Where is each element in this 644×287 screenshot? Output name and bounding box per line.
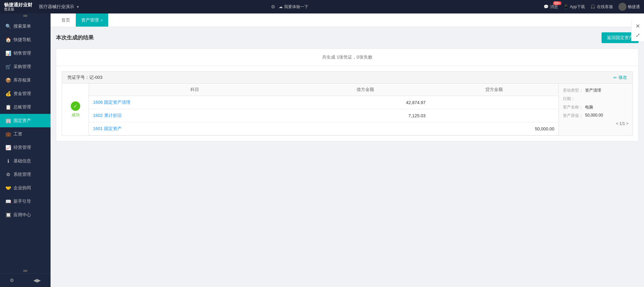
edit-icon: ✏ xyxy=(613,75,617,80)
sidebar-item-quicknav[interactable]: 🏠 快捷导航 xyxy=(0,33,51,46)
voucher-edit-button[interactable]: ✏ 修改 xyxy=(613,74,627,81)
tab-bar: 首页 资产管理 × xyxy=(51,13,644,27)
app-download-button[interactable]: 📱 App下载 xyxy=(563,4,585,10)
close-button[interactable]: ✕ xyxy=(633,22,643,31)
guide-icon: 📖 xyxy=(5,199,11,204)
sidebar-item-corp[interactable]: 🤝 企业协同 xyxy=(0,181,51,195)
basic-info-icon: ℹ xyxy=(5,158,11,164)
row2-subject: 1602 累计折旧 xyxy=(89,109,301,122)
sales-icon: 📊 xyxy=(5,51,11,56)
fixed-assets-icon: 🏢 xyxy=(5,118,11,123)
row2-credit xyxy=(430,109,558,122)
sidebar-scroll-down[interactable] xyxy=(23,270,27,272)
topbar-right: 💬 消息 99+ 📱 App下载 🎧 在线客服 畅捷通 xyxy=(544,3,640,11)
voucher-section: 凭证字号：记-003 ✏ 修改 ✓ 成功 xyxy=(62,71,633,136)
sidebar-bottom: ⚙ ◀▶ xyxy=(0,273,51,287)
voucher-body: ✓ 成功 科目 借方金额 贷方金额 xyxy=(62,84,633,135)
sidebar-item-ledger[interactable]: 📋 总账管理 xyxy=(0,100,51,114)
system-icon: ⚙ xyxy=(5,172,11,177)
message-badge: 99+ xyxy=(553,1,561,5)
company-selector[interactable]: 医疗器械行业演示 ▼ xyxy=(39,4,268,10)
detail-pagination[interactable]: < 1/1 > xyxy=(563,121,628,126)
sidebar: 🔍 搜索菜单 🏠 快捷导航 📊 销售管理 🛒 采购管理 📦 库存核算 💰 xyxy=(0,13,51,287)
voucher-detail-panel: 变动类型： 资产清理 日期： 资产名称： 电脑 xyxy=(558,84,633,135)
tab-close-button[interactable]: × xyxy=(101,18,103,22)
sidebar-item-funds[interactable]: 💰 资金管理 xyxy=(0,87,51,100)
operation-icon: 📈 xyxy=(5,145,11,150)
trial-button[interactable]: ☁ 我要体验一下 xyxy=(279,4,308,10)
voucher-table-wrap: 科目 借方金额 贷方金额 1606 固定资产清理 42,874.97 xyxy=(89,84,558,135)
message-icon: 💬 xyxy=(544,4,549,9)
sidebar-item-sales[interactable]: 📊 销售管理 xyxy=(0,46,51,60)
funds-icon: 💰 xyxy=(5,91,11,96)
row2-debit: 7,125.03 xyxy=(301,109,429,122)
headset-icon: 🎧 xyxy=(590,4,595,9)
col-subject: 科目 xyxy=(89,84,301,96)
voucher-number: 凭证字号：记-003 xyxy=(67,74,102,81)
salary-icon: 💼 xyxy=(5,131,11,137)
detail-date: 日期： xyxy=(563,96,628,102)
success-icon: ✓ xyxy=(71,101,80,111)
tab-asset-management[interactable]: 资产管理 × xyxy=(76,13,108,27)
avatar xyxy=(618,3,626,11)
detail-asset-name: 资产名称： 电脑 xyxy=(563,104,628,110)
detail-asset-value: 资产原值： 50,000.00 xyxy=(563,113,628,119)
row1-credit xyxy=(430,96,558,109)
row3-debit xyxy=(301,122,429,135)
sidebar-item-inventory[interactable]: 📦 库存核算 xyxy=(0,73,51,87)
sidebar-item-operation[interactable]: 📈 经营管理 xyxy=(0,141,51,154)
page-header: 本次生成的结果 返回固定资产 xyxy=(56,32,639,43)
sidebar-item-basic[interactable]: ℹ 基础信息 xyxy=(0,154,51,168)
cloud-icon: ☁ xyxy=(279,4,283,9)
col-credit: 贷方金额 xyxy=(430,84,558,96)
app-logo: 畅捷通好业财 普及版 xyxy=(4,2,32,12)
sidebar-item-search[interactable]: 🔍 搜索菜单 xyxy=(0,20,51,33)
ledger-icon: 📋 xyxy=(5,104,11,110)
sidebar-item-guide[interactable]: 📖 新手引导 xyxy=(0,195,51,208)
gear-icon[interactable]: ⚙ xyxy=(271,4,275,9)
purchase-icon: 🛒 xyxy=(5,64,11,69)
page-content: 本次生成的结果 返回固定资产 共生成 1张凭证，0张失败 凭证字号：记-003 … xyxy=(51,27,644,287)
message-button[interactable]: 💬 消息 99+ xyxy=(544,4,558,10)
row1-debit: 42,874.97 xyxy=(301,96,429,109)
sidebar-toggle-button[interactable]: ◀▶ xyxy=(31,276,43,284)
sidebar-scroll-up[interactable] xyxy=(23,15,27,17)
search-icon: 🔍 xyxy=(5,24,11,29)
sidebar-item-purchase[interactable]: 🛒 采购管理 xyxy=(0,60,51,73)
online-service-button[interactable]: 🎧 在线客服 xyxy=(590,4,613,10)
sidebar-item-appstore[interactable]: 🔲 应用中心 xyxy=(0,208,51,222)
corp-icon: 🤝 xyxy=(5,185,11,191)
row3-credit: 50,000.00 xyxy=(430,122,558,135)
status-text: 成功 xyxy=(71,112,80,118)
sidebar-item-system[interactable]: ⚙ 系统管理 xyxy=(0,168,51,181)
inventory-icon: 📦 xyxy=(5,77,11,83)
col-debit: 借方金额 xyxy=(301,84,429,96)
appstore-icon: 🔲 xyxy=(5,212,11,218)
content-area: 首页 资产管理 × 本次生成的结果 返回固定资产 共生成 1张凭证，0张失败 凭… xyxy=(51,13,644,287)
table-row: 1606 固定资产清理 42,874.97 xyxy=(89,96,558,109)
settings-button[interactable]: ⚙ xyxy=(7,276,17,284)
topbar: 畅捷通好业财 普及版 医疗器械行业演示 ▼ ⚙ ☁ 我要体验一下 💬 消息 99… xyxy=(0,0,644,13)
sidebar-item-fixed[interactable]: 🏢 固定资产 xyxy=(0,114,51,127)
modal-controls: ✕ ⤢ xyxy=(631,20,644,41)
tab-home[interactable]: 首页 xyxy=(56,13,76,27)
user-avatar[interactable]: 畅捷通 xyxy=(618,3,640,11)
company-dropdown-arrow: ▼ xyxy=(76,5,80,9)
result-panel: 共生成 1张凭证，0张失败 凭证字号：记-003 ✏ 修改 xyxy=(56,49,639,141)
voucher-header: 凭证字号：记-003 ✏ 修改 xyxy=(62,72,633,84)
expand-button[interactable]: ⤢ xyxy=(633,31,643,40)
voucher-table: 科目 借方金额 贷方金额 1606 固定资产清理 42,874.97 xyxy=(89,84,558,135)
table-row: 1601 固定资产 50,000.00 xyxy=(89,122,558,135)
voucher-status: ✓ 成功 xyxy=(62,84,89,135)
main-layout: 🔍 搜索菜单 🏠 快捷导航 📊 销售管理 🛒 采购管理 📦 库存核算 💰 xyxy=(0,13,644,287)
table-row: 1602 累计折旧 7,125.03 xyxy=(89,109,558,122)
result-summary: 共生成 1张凭证，0张失败 xyxy=(56,49,638,66)
sidebar-nav: 🔍 搜索菜单 🏠 快捷导航 📊 销售管理 🛒 采购管理 📦 库存核算 💰 xyxy=(0,18,51,268)
row3-subject: 1601 固定资产 xyxy=(89,122,301,135)
row1-subject: 1606 固定资产清理 xyxy=(89,96,301,109)
sidebar-item-salary[interactable]: 💼 工资 xyxy=(0,127,51,141)
page-title: 本次生成的结果 xyxy=(56,34,94,41)
home-icon: 🏠 xyxy=(5,37,11,42)
phone-icon: 📱 xyxy=(563,4,569,9)
detail-change-type: 变动类型： 资产清理 xyxy=(563,88,628,93)
